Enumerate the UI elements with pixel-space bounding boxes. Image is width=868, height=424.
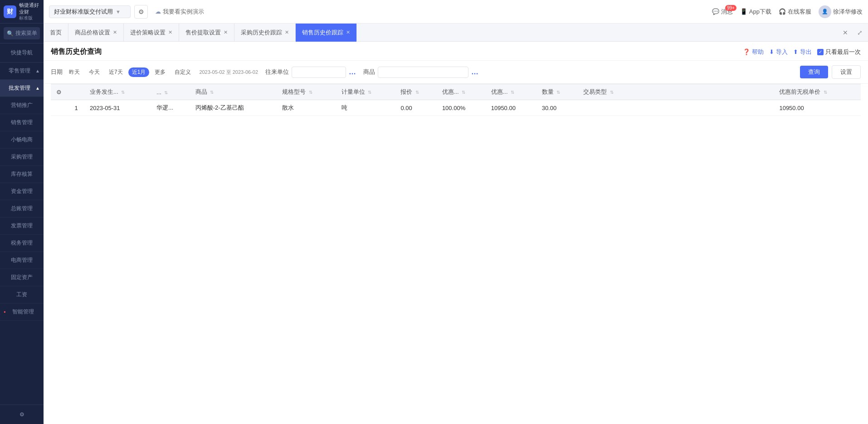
sidebar-item-sales[interactable]: 销售管理 (0, 114, 44, 131)
sidebar-item-fixed-assets[interactable]: 固定资产 (0, 269, 44, 286)
date-more-btn[interactable]: 更多 (151, 67, 169, 77)
supplier-label: 往来单位 (265, 68, 289, 76)
tab-purchase-history[interactable]: 采购历史价跟踪 ✕ (234, 24, 296, 42)
product-label: 商品 (363, 68, 375, 76)
topbar: 好业财标准版交付试用 ▼ ⚙ ☁ 我要看实例演示 💬 消息 99+ 📱 App下… (44, 0, 868, 24)
sidebar-item-tax[interactable]: 税务管理 (0, 235, 44, 252)
help-button[interactable]: ❓ 帮助 (743, 48, 764, 56)
help-icon: ❓ (743, 48, 750, 55)
dropdown-arrow-icon: ▼ (116, 9, 121, 14)
sort-icon: ⇅ (164, 90, 168, 95)
import-button[interactable]: ⬇ 导入 (769, 48, 788, 56)
sidebar-item-wholesale[interactable]: 批发管理 ▲ (0, 80, 44, 97)
date-custom-btn[interactable]: 自定义 (171, 67, 195, 77)
tab-purchase-strategy[interactable]: 进价策略设置 ✕ (124, 24, 179, 42)
col-header-quantity[interactable]: 数量 ⇅ (537, 84, 579, 100)
col-header-price[interactable]: 报价 ⇅ (396, 84, 437, 100)
row-discount1-cell: 100.00% (438, 100, 487, 116)
product-filter-group: 商品 … (363, 67, 478, 78)
tab-maximize-button[interactable]: ⤢ (853, 26, 866, 39)
tab-close-icon[interactable]: ✕ (285, 29, 289, 35)
settings-button[interactable]: 设置 (832, 65, 861, 79)
date-last7-btn[interactable]: 近7天 (105, 67, 127, 77)
headset-icon: 🎧 (779, 8, 786, 15)
sidebar-search-section: 🔍 搜索菜单 (0, 24, 44, 43)
tab-close-icon[interactable]: ✕ (168, 29, 172, 35)
col-header-discount2[interactable]: 优惠... ⇅ (487, 84, 537, 100)
topbar-settings-button[interactable]: ⚙ (134, 5, 148, 19)
product-name: 好业财标准版交付试用 (54, 8, 113, 16)
col-header-unit[interactable]: 计量单位 ⇅ (337, 84, 396, 100)
query-button[interactable]: 查询 (800, 66, 828, 78)
quick-nav-item[interactable]: 快捷导航 (0, 46, 44, 59)
sidebar-item-payroll[interactable]: 工资 (0, 286, 44, 304)
tab-sales-history[interactable]: 销售历史价跟踪 ✕ (296, 24, 357, 42)
sort-icon: ⇅ (462, 90, 465, 95)
app-download-button[interactable]: 📱 App下载 (740, 8, 771, 16)
sidebar-item-retail[interactable]: 零售管理 ▲ (0, 63, 44, 80)
date-last1month-btn[interactable]: 近1月 (128, 67, 150, 77)
row-date-cell: 2023-05-31 (85, 100, 152, 116)
row-price-cell: 0.00 (396, 100, 437, 116)
tabbar: 首页 商品价格设置 ✕ 进价策略设置 ✕ 售价提取设置 ✕ 采购历史价跟踪 ✕ … (44, 24, 868, 42)
sort-icon: ⇅ (368, 90, 371, 95)
supplier-input[interactable] (292, 67, 346, 78)
table-row[interactable]: 1 2023-05-31 华逻... 丙烯酸-2-乙基己酯 散水 吨 0.00 … (51, 100, 861, 116)
tab-price-settings[interactable]: 商品价格设置 ✕ (68, 24, 124, 42)
product-search-icon[interactable]: … (471, 68, 478, 76)
sidebar-menu: 零售管理 ▲ 批发管理 ▲ 营销推广 销售管理 小畅电商 采购管理 库存核算 资… (0, 63, 44, 405)
sidebar-item-invoice[interactable]: 发票管理 (0, 217, 44, 235)
sort-icon: ⇅ (309, 90, 312, 95)
page-title: 销售历史价查询 (51, 47, 102, 57)
product-input[interactable] (378, 67, 468, 78)
export-icon: ⬆ (793, 48, 798, 55)
online-service-button[interactable]: 🎧 在线客服 (779, 8, 811, 16)
tab-close-icon[interactable]: ✕ (113, 29, 117, 35)
tab-home[interactable]: 首页 (44, 24, 68, 42)
user-profile-button[interactable]: 👤 徐泽华修改 (819, 5, 863, 18)
sidebar-item-finance[interactable]: 资金管理 (0, 183, 44, 200)
tab-sale-extract[interactable]: 售价提取设置 ✕ (179, 24, 234, 42)
sidebar-item-general-ledger[interactable]: 总账管理 (0, 200, 44, 217)
sort-icon: ⇅ (511, 90, 514, 95)
table-header-row: ⚙ 业务发生... ⇅ ... ⇅ 商品 ⇅ (51, 84, 861, 100)
supplier-search-icon[interactable]: … (349, 68, 356, 76)
col-header-spec[interactable]: 规格型号 ⇅ (278, 84, 337, 100)
message-badge: 99+ (725, 5, 736, 11)
only-last-checkbox-group[interactable]: ✓ 只看最后一次 (817, 48, 861, 56)
sidebar-item-ecommerce-small[interactable]: 小畅电商 (0, 131, 44, 149)
date-yesterday-btn[interactable]: 昨天 (65, 67, 83, 77)
col-header-spacer (638, 84, 775, 100)
sidebar-settings-button[interactable]: ⚙ (4, 409, 40, 420)
sidebar-item-smart[interactable]: 智能管理 (0, 304, 44, 321)
sidebar-item-ecommerce[interactable]: 电商管理 (0, 252, 44, 269)
col-header-discount1[interactable]: 优惠... ⇅ (438, 84, 487, 100)
sort-icon: ⇅ (556, 90, 560, 95)
col-header-product[interactable]: 商品 ⇅ (191, 84, 278, 100)
col-header-trade-type[interactable]: 交易类型 ⇅ (579, 84, 638, 100)
message-icon: 💬 (712, 8, 719, 15)
sidebar-bottom: ⚙ (0, 405, 44, 424)
date-options: 昨天 今天 近7天 近1月 更多 自定义 (65, 67, 195, 77)
tab-close-window-button[interactable]: ✕ (839, 26, 852, 39)
tab-close-icon[interactable]: ✕ (346, 29, 350, 35)
product-selector[interactable]: 好业财标准版交付试用 ▼ (49, 5, 131, 18)
col-header-col3[interactable]: ... ⇅ (152, 84, 191, 100)
sidebar-item-inventory[interactable]: 库存核算 (0, 166, 44, 183)
col-header-pretax-price[interactable]: 优惠前无税单价 ⇅ (775, 84, 861, 100)
sidebar-item-purchase[interactable]: 采购管理 (0, 149, 44, 166)
search-icon: 🔍 (7, 30, 14, 37)
search-menu-button[interactable]: 🔍 搜索菜单 (4, 27, 40, 39)
sidebar-item-marketing[interactable]: 营销推广 (0, 97, 44, 114)
message-button[interactable]: 💬 消息 99+ (712, 8, 733, 16)
date-today-btn[interactable]: 今天 (85, 67, 103, 77)
date-filter-group: 日期 昨天 今天 近7天 近1月 更多 自定义 2023-05-02 至 202… (51, 67, 258, 77)
col-header-settings[interactable]: ⚙ (51, 84, 67, 100)
demo-link[interactable]: ☁ 我要看实例演示 (155, 8, 204, 16)
col-header-date[interactable]: 业务发生... ⇅ (85, 84, 152, 100)
only-last-checkbox[interactable]: ✓ (817, 49, 824, 55)
sort-icon: ⇅ (210, 90, 214, 95)
row-quantity-cell: 30.00 (537, 100, 579, 116)
tab-close-icon[interactable]: ✕ (224, 29, 228, 35)
export-button[interactable]: ⬆ 导出 (793, 48, 812, 56)
